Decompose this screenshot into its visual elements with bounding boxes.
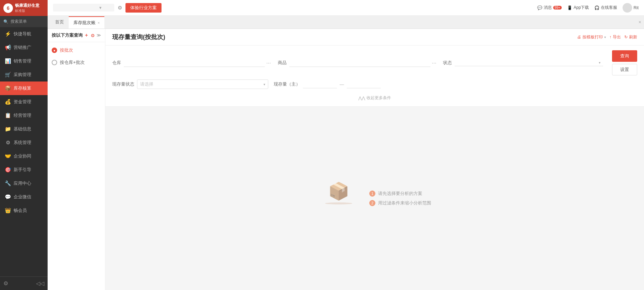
- settings-button[interactable]: 设置: [612, 64, 637, 75]
- messages-icon: 💬: [537, 5, 542, 10]
- topbar: ▾ ⚙ 体验行业方案 💬 消息 99+ 📱 App下载 🎧 在线客服 Rit: [48, 0, 644, 16]
- stock-quantity-min[interactable]: [303, 80, 337, 88]
- sidebar-item-new-user-guide[interactable]: 🎯 新手引导: [0, 163, 48, 177]
- settings-scheme-icon[interactable]: ⊙: [91, 33, 95, 38]
- collapse-sidebar-icon[interactable]: ◁◁: [36, 280, 44, 287]
- sidebar-item-finance[interactable]: 💰 资金管理: [0, 95, 48, 109]
- brand-sub: 标准版: [15, 8, 39, 13]
- tab-home-label: 首页: [55, 19, 64, 25]
- status-select[interactable]: ▾: [455, 59, 603, 66]
- tabs-close-all[interactable]: ×: [639, 19, 641, 25]
- sidebar-item-quick-nav[interactable]: ⚡ 快捷导航: [0, 27, 48, 41]
- sidebar-nav: ⚡ 快捷导航 📢 营销推广 📊 销售管理 🛒 采购管理 📦 库存核算 💰 资金管…: [0, 27, 48, 276]
- sidebar-item-sales[interactable]: 📊 销售管理: [0, 54, 48, 68]
- filter-area: 仓库 ··· 商品 ··· 状态 ▾: [105, 46, 644, 107]
- sidebar-item-marketing[interactable]: 📢 营销推广: [0, 41, 48, 54]
- warehouse-label: 仓库: [112, 60, 121, 66]
- sidebar-item-label: 畅会员: [14, 207, 27, 214]
- print-icon: 🖨: [577, 35, 581, 39]
- sidebar-item-label: 库存核算: [14, 85, 31, 91]
- product-label: 商品: [278, 60, 287, 66]
- topbar-search-box[interactable]: ▾: [53, 4, 114, 12]
- scheme-by-warehouse-batch[interactable]: 按仓库+批次: [48, 56, 105, 69]
- tabs-bar: 首页 库存批次账 × ×: [48, 16, 644, 29]
- add-scheme-icon[interactable]: ＋: [84, 32, 89, 38]
- stock-status-placeholder: 请选择: [140, 81, 153, 87]
- query-button[interactable]: 查询: [612, 50, 637, 62]
- stock-status-select[interactable]: 请选择 ▾: [137, 79, 268, 89]
- sidebar-search[interactable]: 🔍 搜索菜单: [0, 16, 48, 27]
- app-download-icon: 📱: [567, 5, 572, 10]
- settings-icon[interactable]: ⚙: [3, 280, 8, 287]
- purchase-icon: 🛒: [5, 72, 11, 78]
- filter-collapse-row[interactable]: ⋀⋀ 收起更多条件: [112, 93, 637, 102]
- empty-tips: 1 请先选择要分析的方案 2 用过滤条件来缩小分析范围: [369, 191, 431, 206]
- sidebar-item-membership[interactable]: 👑 畅会员: [0, 204, 48, 217]
- topbar-gear-icon[interactable]: ⚙: [118, 5, 122, 11]
- tab-inventory-batch[interactable]: 库存批次账 ×: [69, 16, 104, 29]
- stock-quantity-max[interactable]: [347, 80, 381, 88]
- print-dropdown-icon[interactable]: ▾: [604, 35, 606, 39]
- left-panel-actions: ＋ ⊙ ≫: [84, 32, 101, 38]
- tip-number-2: 2: [369, 200, 375, 206]
- sidebar-item-system[interactable]: ⚙ 系统管理: [0, 136, 48, 149]
- sidebar-item-label: 采购管理: [14, 72, 31, 78]
- export-icon: ↑: [609, 35, 611, 39]
- username: Rit: [633, 5, 639, 10]
- sidebar-item-label: 经营管理: [14, 112, 31, 119]
- sidebar-item-enterprise-wechat[interactable]: 💬 企业微信: [0, 190, 48, 204]
- sidebar-item-operations[interactable]: 📋 经营管理: [0, 109, 48, 122]
- online-service-action[interactable]: 🎧 在线客服: [594, 5, 617, 11]
- search-dropdown-icon[interactable]: ▾: [99, 5, 102, 10]
- status-label: 状态: [443, 60, 452, 66]
- stock-quantity-filter: 现存量（主） —: [274, 80, 430, 88]
- brand-name: 畅康通好生意: [15, 3, 39, 8]
- main-area: ▾ ⚙ 体验行业方案 💬 消息 99+ 📱 App下载 🎧 在线客服 Rit: [48, 0, 644, 290]
- stock-status-label: 现存量状态: [112, 81, 134, 87]
- sidebar-item-inventory[interactable]: 📦 库存核算: [0, 81, 48, 95]
- sales-icon: 📊: [5, 58, 11, 64]
- warehouse-input[interactable]: [124, 59, 265, 67]
- app-download-label: App下载: [574, 5, 589, 11]
- sidebar-item-label: 新手引导: [14, 167, 31, 173]
- sidebar-item-label: 企业协同: [14, 153, 31, 159]
- tip-1: 1 请先选择要分析的方案: [369, 191, 431, 197]
- scheme-by-batch-label: 按批次: [60, 47, 73, 53]
- topbar-actions: 💬 消息 99+ 📱 App下载 🎧 在线客服 Rit: [537, 3, 639, 13]
- online-service-icon: 🎧: [594, 5, 599, 10]
- basic-info-icon: 📁: [5, 126, 11, 132]
- stock-status-filter: 现存量状态 请选择 ▾: [112, 79, 268, 89]
- search-input[interactable]: [56, 5, 97, 10]
- warehouse-dots[interactable]: ···: [265, 60, 272, 66]
- sidebar-item-app-center[interactable]: 🔧 应用中心: [0, 177, 48, 190]
- quick-nav-icon: ⚡: [5, 31, 11, 37]
- brand-info: 畅康通好生意 标准版: [15, 3, 39, 13]
- scheme-by-batch[interactable]: ● 按批次: [48, 44, 105, 56]
- sidebar-item-basic-info[interactable]: 📁 基础信息: [0, 122, 48, 136]
- sidebar-item-label: 资金管理: [14, 99, 31, 105]
- user-profile[interactable]: Rit: [623, 3, 639, 13]
- tab-inventory-batch-close[interactable]: ×: [98, 21, 100, 25]
- collapse-panel-icon[interactable]: ≫: [97, 33, 101, 38]
- page-header: 现存量查询(按批次) 🖨 按模板打印 ▾ ↑ 导出 ↻ 刷新: [105, 29, 644, 46]
- tip-text-2: 用过滤条件来缩小分析范围: [378, 200, 431, 206]
- sidebar-item-purchase[interactable]: 🛒 采购管理: [0, 68, 48, 81]
- product-input[interactable]: [289, 59, 430, 67]
- app-center-icon: 🔧: [5, 180, 11, 186]
- content-area: 按以下方案查询 ＋ ⊙ ≫ ● 按批次 按仓库+批次: [48, 29, 644, 290]
- membership-icon: 👑: [5, 207, 11, 214]
- refresh-icon: ↻: [624, 35, 628, 39]
- enterprise-collab-icon: 🤝: [5, 153, 11, 159]
- sidebar-item-enterprise-collab[interactable]: 🤝 企业协同: [0, 149, 48, 163]
- messages-action[interactable]: 💬 消息 99+: [537, 5, 562, 11]
- print-button[interactable]: 🖨 按模板打印 ▾: [577, 34, 606, 40]
- sidebar-search-label: 搜索菜单: [11, 19, 27, 24]
- tab-inventory-batch-label: 库存批次账: [73, 20, 96, 26]
- new-user-guide-icon: 🎯: [5, 167, 11, 173]
- trial-button[interactable]: 体验行业方案: [125, 3, 162, 13]
- refresh-button[interactable]: ↻ 刷新: [624, 34, 637, 40]
- tab-home[interactable]: 首页: [50, 16, 69, 28]
- app-download-action[interactable]: 📱 App下载: [567, 5, 589, 11]
- product-dots[interactable]: ···: [430, 60, 438, 66]
- export-button[interactable]: ↑ 导出: [609, 34, 621, 40]
